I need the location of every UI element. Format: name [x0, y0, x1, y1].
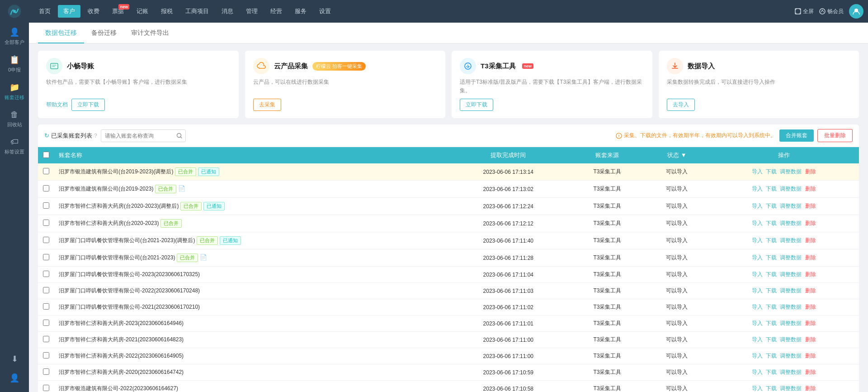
action-delete[interactable]: 删除 — [805, 320, 816, 326]
action-导入[interactable]: 导入 — [752, 203, 763, 209]
action-导入[interactable]: 导入 — [752, 336, 763, 343]
nav-clients[interactable]: 客户 — [58, 5, 80, 18]
nav-service[interactable]: 服务 — [289, 5, 312, 18]
row-checkbox[interactable] — [43, 352, 49, 359]
t3-download-btn[interactable]: 立即下载 — [460, 99, 493, 111]
action-导入[interactable]: 导入 — [752, 320, 763, 326]
sidebar-item-zero-report[interactable]: 📋 0申报 — [0, 50, 29, 78]
sidebar-item-all-clients[interactable]: 👤 全部客户 — [0, 23, 29, 50]
merge-account-btn[interactable]: 合并账套 — [779, 129, 814, 142]
action-调整数据[interactable]: 调整数据 — [780, 237, 802, 244]
nav-tax[interactable]: 报税 — [156, 5, 178, 18]
nav-accounting[interactable]: 记账 — [131, 5, 154, 18]
row-checkbox[interactable] — [43, 254, 49, 260]
nav-invoices[interactable]: 票据 new — [107, 5, 129, 18]
sidebar-item-tag-settings[interactable]: 🏷 标签设置 — [0, 133, 29, 160]
action-导入[interactable]: 导入 — [752, 353, 763, 359]
fullscreen-button[interactable]: 全屏 — [795, 8, 814, 15]
action-导入[interactable]: 导入 — [752, 304, 763, 310]
action-下载[interactable]: 下载 — [766, 203, 777, 209]
row-checkbox[interactable] — [43, 385, 49, 391]
user-avatar[interactable] — [849, 4, 863, 19]
nav-business[interactable]: 工商项目 — [180, 5, 214, 18]
nav-home[interactable]: 首页 — [33, 5, 56, 18]
nav-fees[interactable]: 收费 — [82, 5, 105, 18]
action-导入[interactable]: 导入 — [752, 287, 763, 294]
action-delete[interactable]: 删除 — [805, 336, 816, 343]
action-下载[interactable]: 下载 — [766, 254, 777, 261]
action-调整数据[interactable]: 调整数据 — [780, 320, 802, 326]
row-checkbox[interactable] — [43, 320, 49, 326]
action-delete[interactable]: 删除 — [805, 254, 816, 261]
checkbox-header[interactable] — [38, 147, 54, 163]
action-调整数据[interactable]: 调整数据 — [780, 220, 802, 226]
action-delete[interactable]: 删除 — [805, 186, 816, 192]
action-delete[interactable]: 删除 — [805, 385, 816, 392]
action-下载[interactable]: 下载 — [766, 271, 777, 277]
action-delete[interactable]: 删除 — [805, 369, 816, 375]
tab-backup-migration[interactable]: 备份迁移 — [84, 23, 124, 43]
sidebar-item-account-migration[interactable]: 📁 账套迁移 — [0, 78, 29, 105]
nav-settings[interactable]: 设置 — [314, 5, 336, 18]
xiaochang-help-link[interactable]: 帮助文档 — [46, 101, 68, 109]
action-调整数据[interactable]: 调整数据 — [780, 186, 802, 192]
nav-operations[interactable]: 经营 — [265, 5, 288, 18]
tab-data-migration[interactable]: 数据包迁移 — [38, 23, 84, 43]
refresh-icon[interactable]: ↻ — [44, 132, 49, 139]
member-button[interactable]: 畅会员 — [819, 8, 844, 15]
file-icon[interactable]: 📄 — [200, 254, 207, 261]
xiaochang-download-btn[interactable]: 立即下载 — [71, 99, 105, 111]
nav-messages[interactable]: 消息 — [216, 5, 239, 18]
row-checkbox[interactable] — [43, 202, 49, 209]
action-下载[interactable]: 下载 — [766, 168, 777, 175]
help-icon[interactable]: ? — [94, 133, 97, 139]
action-delete[interactable]: 删除 — [805, 287, 816, 294]
action-调整数据[interactable]: 调整数据 — [780, 203, 802, 209]
row-checkbox[interactable] — [43, 336, 49, 342]
action-调整数据[interactable]: 调整数据 — [780, 254, 802, 261]
action-delete[interactable]: 删除 — [805, 220, 816, 226]
action-下载[interactable]: 下载 — [766, 237, 777, 244]
batch-delete-btn[interactable]: 批量删除 — [817, 129, 853, 142]
action-导入[interactable]: 导入 — [752, 254, 763, 261]
action-下载[interactable]: 下载 — [766, 385, 777, 392]
action-delete[interactable]: 删除 — [805, 271, 816, 277]
nav-management[interactable]: 管理 — [241, 5, 263, 18]
action-下载[interactable]: 下载 — [766, 369, 777, 375]
action-导入[interactable]: 导入 — [752, 237, 763, 244]
row-checkbox[interactable] — [43, 287, 49, 293]
action-下载[interactable]: 下载 — [766, 186, 777, 192]
action-下载[interactable]: 下载 — [766, 287, 777, 294]
action-delete[interactable]: 删除 — [805, 168, 816, 175]
row-checkbox[interactable] — [43, 220, 49, 226]
action-调整数据[interactable]: 调整数据 — [780, 271, 802, 277]
action-调整数据[interactable]: 调整数据 — [780, 353, 802, 359]
sidebar-item-download[interactable]: ⬇ — [0, 349, 29, 368]
file-icon[interactable]: 📄 — [178, 185, 185, 192]
row-checkbox[interactable] — [43, 168, 49, 174]
action-delete[interactable]: 删除 — [805, 304, 816, 310]
select-all-checkbox[interactable] — [43, 152, 49, 158]
action-delete[interactable]: 删除 — [805, 237, 816, 244]
action-导入[interactable]: 导入 — [752, 271, 763, 277]
row-checkbox[interactable] — [43, 368, 49, 375]
action-导入[interactable]: 导入 — [752, 369, 763, 375]
action-调整数据[interactable]: 调整数据 — [780, 168, 802, 175]
action-导入[interactable]: 导入 — [752, 168, 763, 175]
action-下载[interactable]: 下载 — [766, 320, 777, 326]
action-下载[interactable]: 下载 — [766, 304, 777, 310]
action-调整数据[interactable]: 调整数据 — [780, 369, 802, 375]
app-logo[interactable] — [0, 0, 29, 23]
search-button[interactable] — [174, 133, 185, 139]
sidebar-item-recycle[interactable]: 🗑 回收站 — [0, 105, 29, 133]
action-调整数据[interactable]: 调整数据 — [780, 304, 802, 310]
action-下载[interactable]: 下载 — [766, 220, 777, 226]
action-调整数据[interactable]: 调整数据 — [780, 336, 802, 343]
col-status[interactable]: 状态 ▼ — [646, 147, 709, 163]
cloud-collect-btn[interactable]: 去采集 — [253, 99, 281, 111]
sidebar-item-user[interactable]: 👤 — [0, 368, 29, 387]
action-导入[interactable]: 导入 — [752, 186, 763, 192]
action-导入[interactable]: 导入 — [752, 220, 763, 226]
action-delete[interactable]: 删除 — [805, 353, 816, 359]
action-导入[interactable]: 导入 — [752, 385, 763, 392]
